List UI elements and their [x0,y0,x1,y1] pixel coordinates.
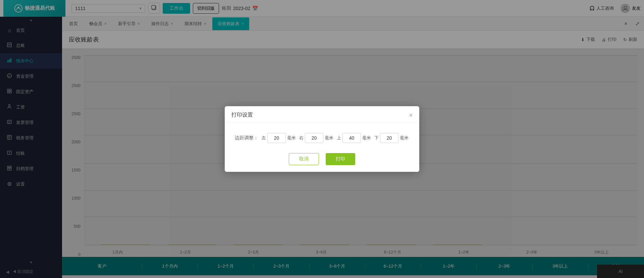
margin-top-label: 上 [337,135,341,141]
margin-bottom-label: 下 [374,135,379,141]
margin-left-unit: 毫米 [287,135,296,141]
cancel-button[interactable]: 取消 [289,153,319,165]
dialog-close-button[interactable]: × [409,112,413,118]
dialog-header: 打印设置 × [225,106,419,123]
print-confirm-button[interactable]: 打印 [326,153,355,165]
margin-top-group: 上 毫米 [337,133,371,143]
margin-bottom-unit: 毫米 [400,135,409,141]
margin-bottom-group: 下 毫米 [374,133,409,143]
margin-row: 边距调整： 左 毫米 右 毫米 上 毫米 下 [235,133,409,143]
margin-bottom-input[interactable] [380,133,398,143]
dialog-body: 边距调整： 左 毫米 右 毫米 上 毫米 下 [225,123,419,150]
margin-top-unit: 毫米 [362,135,371,141]
modal-overlay[interactable]: 打印设置 × 边距调整： 左 毫米 右 毫米 上 毫米 [0,0,644,278]
dialog-footer: 取消 打印 [225,150,419,172]
margin-right-label: 右 [299,135,304,141]
dialog-title: 打印设置 [231,112,253,119]
margin-right-unit: 毫米 [325,135,333,141]
print-settings-dialog: 打印设置 × 边距调整： 左 毫米 右 毫米 上 毫米 [225,106,419,172]
margin-right-input[interactable] [305,133,323,143]
margin-left-input[interactable] [267,133,286,143]
margin-left-group: 左 毫米 [262,133,296,143]
margin-left-label: 左 [262,135,266,141]
margin-label: 边距调整： [235,135,258,141]
margin-right-group: 右 毫米 [299,133,333,143]
margin-top-input[interactable] [342,133,361,143]
